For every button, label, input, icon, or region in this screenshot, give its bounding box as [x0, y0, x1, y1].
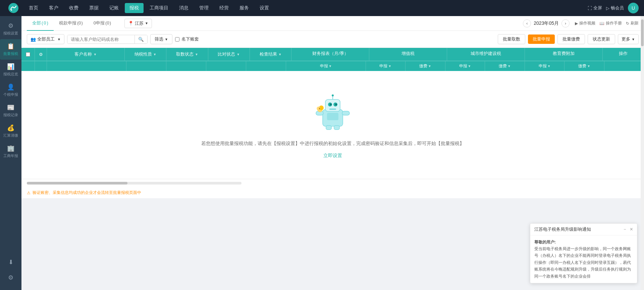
- status-update-button[interactable]: 状态更新: [588, 34, 615, 44]
- edu-sub-cols: 申报 ▼ 缴费 ▼: [525, 61, 604, 71]
- account-set-checkbox[interactable]: [175, 37, 179, 42]
- robot-illustration: ¥: [313, 91, 353, 131]
- top-navigation: 首页 客户 收费 票据 记账 报税 工商项目 消息 管理 经营 服务 设置 ⛶ …: [0, 0, 644, 16]
- annual-report-icon: 🏢: [7, 145, 14, 152]
- svg-point-1: [11, 9, 12, 11]
- select-all-checkbox[interactable]: [26, 52, 30, 57]
- next-month-button[interactable]: ›: [561, 19, 570, 27]
- tab-all[interactable]: 全部 ( 0 ): [27, 16, 54, 31]
- batch-declare-button[interactable]: 批量申报: [528, 34, 555, 44]
- main-scrollbar[interactable]: [641, 16, 644, 290]
- scroll-thumb[interactable]: [27, 182, 127, 185]
- user-avatar[interactable]: U: [628, 3, 639, 13]
- setup-link[interactable]: 立即设置: [323, 153, 342, 159]
- warning-icon: ⚠: [27, 191, 31, 195]
- notification-close[interactable]: ×: [630, 226, 633, 232]
- logo[interactable]: [5, 0, 21, 16]
- province-select[interactable]: 📍 江苏 ▼: [124, 19, 152, 28]
- svg-rect-14: [326, 126, 331, 130]
- nav-billing[interactable]: 收费: [64, 3, 83, 13]
- sidebar-item-personal-tax[interactable]: 👤 个税申报: [0, 80, 21, 100]
- nav-customer[interactable]: 客户: [44, 3, 63, 13]
- nav-home[interactable]: 首页: [24, 3, 43, 13]
- vat-pay-filter[interactable]: ▼: [428, 64, 431, 68]
- sidebar-download[interactable]: ⬇: [0, 255, 21, 269]
- sidebar-item-batch-tax[interactable]: 📋 批量报税: [0, 39, 21, 60]
- prev-month-button[interactable]: ‹: [523, 19, 531, 27]
- sidebar-settings[interactable]: ⚙: [0, 271, 21, 285]
- batch-fetch-button[interactable]: 批量取数: [498, 34, 525, 44]
- fullscreen-button[interactable]: ⛶ 全屏: [588, 5, 602, 11]
- employee-icon: 👥: [31, 37, 36, 42]
- nav-service[interactable]: 服务: [235, 3, 254, 13]
- employee-select[interactable]: 👥 全部员工 ▼: [27, 34, 64, 44]
- sub-tab-bar: 全部 ( 0 ) 税款申报 ( 0 ) 0申报 ( 0 ) 📍 江苏 ▼ ‹: [21, 16, 644, 31]
- check-result-filter-icon[interactable]: ▼: [278, 53, 282, 56]
- month-navigator: ‹ 2023年05月 ›: [523, 19, 570, 27]
- edu-pay-col: 缴费 ▼: [565, 61, 604, 71]
- main-scrollbar-thumb[interactable]: [641, 19, 644, 46]
- vat-declare-filter[interactable]: ▼: [388, 64, 391, 68]
- search-box: 🔍: [67, 35, 148, 44]
- nav-settings[interactable]: 设置: [255, 3, 274, 13]
- search-input[interactable]: [67, 35, 135, 44]
- financial-sub-cols: 申报 ▼: [286, 61, 366, 71]
- video-icon: ▶: [575, 21, 578, 26]
- notification-body: 尊敬的用户: 受当前电子税务局进一步升级的影响，同一个政务网账号（办税人）名下的…: [530, 235, 637, 283]
- notification-minimize[interactable]: －: [623, 226, 627, 232]
- nav-menu: 首页 客户 收费 票据 记账 报税 工商项目 消息 管理 经营 服务 设置: [24, 3, 588, 13]
- more-dropdown-icon: ▼: [632, 38, 635, 41]
- sidebar-item-annual-report[interactable]: 🏢 工商年报: [0, 141, 21, 162]
- vat-sub-cols: 申报 ▼ 缴费 ▼: [366, 61, 445, 71]
- nav-invoice[interactable]: 票据: [85, 3, 103, 13]
- video-tutorial-link[interactable]: ▶ 操作视频: [575, 20, 595, 26]
- th-financial-group: 财务报表（月/季）: [291, 48, 369, 61]
- batch-tax-icon: 📋: [7, 43, 14, 50]
- top-right-actions: ▶ 操作视频 📖 操作手册 ↻ 刷新: [575, 20, 639, 26]
- sidebar-item-tax-records[interactable]: 📰 报税记录: [0, 100, 21, 121]
- city-declare-filter[interactable]: ▼: [468, 64, 471, 68]
- employee-dropdown-icon: ▼: [57, 38, 61, 41]
- svg-rect-10: [329, 108, 336, 110]
- refresh-icon: ↻: [626, 21, 629, 26]
- search-button[interactable]: 🔍: [135, 35, 147, 44]
- sidebar-item-settlement[interactable]: 💰 汇算清缴: [0, 121, 21, 141]
- personal-tax-icon: 👤: [7, 83, 14, 91]
- scroll-track: [27, 182, 241, 185]
- more-button[interactable]: 更多 ▼: [618, 34, 639, 44]
- edu-pay-filter[interactable]: ▼: [587, 64, 590, 68]
- nav-operation[interactable]: 经营: [215, 3, 233, 13]
- manual-link[interactable]: 📖 操作手册: [599, 20, 622, 26]
- fetch-status-filter-icon[interactable]: ▼: [195, 53, 198, 56]
- filter-button[interactable]: 筛选 ▼: [150, 34, 172, 44]
- nav-industrial[interactable]: 工商项目: [145, 3, 173, 13]
- nav-management[interactable]: 管理: [195, 3, 213, 13]
- th-checkbox: [21, 48, 35, 61]
- nav-message[interactable]: 消息: [174, 3, 193, 13]
- nav-tax[interactable]: 报税: [125, 3, 144, 13]
- nav-bookkeeping[interactable]: 记账: [105, 3, 123, 13]
- refresh-button[interactable]: ↻ 刷新: [626, 20, 639, 26]
- city-construct-sub-cols: 申报 ▼ 缴费 ▼: [445, 61, 525, 71]
- column-settings-icon[interactable]: ⚙: [39, 52, 43, 57]
- th-vat-group: 增值税: [369, 48, 447, 61]
- compare-status-filter-icon[interactable]: ▼: [236, 53, 240, 56]
- manual-icon: 📖: [599, 21, 604, 26]
- svg-point-0: [8, 3, 18, 13]
- account-set-checkbox-label[interactable]: 名下账套: [175, 36, 199, 42]
- batch-pay-button[interactable]: 批量缴费: [557, 34, 585, 44]
- tab-zero-declare[interactable]: 0申报 ( 0 ): [88, 16, 116, 31]
- city-pay-filter[interactable]: ▼: [507, 64, 511, 68]
- financial-declare-filter[interactable]: ▼: [329, 64, 332, 68]
- th-city-construct-group: 城市维护建设税: [447, 48, 525, 61]
- sidebar-item-tax-settings[interactable]: ⚙ 报税设置: [0, 19, 21, 39]
- tab-tax-declare[interactable]: 税款申报 ( 0 ): [54, 16, 88, 31]
- sidebar-item-tax-overview[interactable]: 📊 报税总览: [0, 60, 21, 80]
- name-filter-icon[interactable]: ▼: [93, 53, 97, 56]
- member-button[interactable]: ▷ 畅会员: [606, 5, 624, 11]
- edu-declare-filter[interactable]: ▼: [547, 64, 551, 68]
- svg-rect-12: [342, 111, 350, 115]
- notification-header: 江苏电子税务局升级影响通知 － ×: [530, 224, 637, 235]
- tax-overview-icon: 📊: [7, 63, 14, 70]
- tax-nature-filter-icon[interactable]: ▼: [153, 53, 157, 56]
